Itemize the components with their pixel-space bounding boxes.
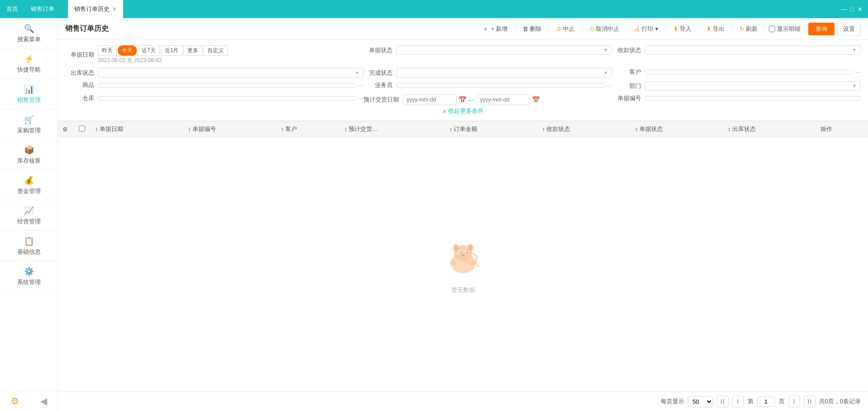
svg-point-13 [450,260,456,265]
stop-button[interactable]: ⊘ 中止 [553,23,578,35]
delivery-date-label: 预计交货日期 [364,96,403,104]
date-btn-1month[interactable]: 近1月 [161,45,183,56]
salesman-ellipsis[interactable]: ··· [607,82,612,89]
tab-sales-order-close[interactable]: ✕ [57,6,62,12]
sidebar-item-system[interactable]: ⚙️ 系统管理 [0,261,58,291]
last-page-btn[interactable]: ⟩⟩ [804,396,815,407]
refresh-button[interactable]: ↻ 刷新 [736,23,761,35]
sidebar: 🔍 搜索菜单 ⚡ 快捷导航 📊 销售管理 🛒 采购管理 📦 库存核算 💰 资金管… [0,18,58,411]
th-amount[interactable]: ↕ 订单金额 [445,121,537,137]
delivery-date-to[interactable] [476,94,530,105]
salesman-cell: 业务员 ··· [364,81,612,89]
goods-ellipsis[interactable]: ··· [358,82,364,89]
th-no[interactable]: ↕ 单据编号 [183,121,276,137]
tab-sales-history[interactable]: 销售订单历史 ✕ [68,0,123,18]
th-customer[interactable]: ↕ 客户 [276,121,340,137]
complete-select[interactable]: ▼ [396,68,612,77]
salesman-input[interactable] [396,83,605,87]
receipt-status-select[interactable]: ▼ [645,45,861,55]
collapse-sidebar-icon[interactable]: ◀ [40,396,47,406]
customer-ellipsis[interactable]: ··· [855,68,861,76]
th-action-label: 操作 [820,126,832,132]
out-stock-select[interactable]: ▼ [98,68,364,77]
bill-status-select[interactable]: ▼ [396,45,612,55]
settings-button[interactable]: 设置 [837,23,861,35]
stop-icon: ⊘ [556,25,561,32]
maximize-icon[interactable]: □ [850,6,854,13]
th-settings: ⚙ [58,121,74,137]
query-button[interactable]: 查询 [808,23,834,35]
show-detail-checkbox[interactable] [769,26,775,32]
th-out-status[interactable]: ↕ 出库状态 [723,121,816,137]
delivery-date-from[interactable] [403,94,457,105]
first-page-btn[interactable]: ⟨⟨ [717,396,729,407]
th-receipt-status[interactable]: ↕ 收款状态 [537,121,630,137]
cancel-stop-button[interactable]: ⊙ 取消中止 [586,23,623,35]
column-settings-icon[interactable]: ⚙ [62,126,68,133]
sidebar-item-inventory[interactable]: 📦 库存核算 [0,140,58,170]
date-btn-today[interactable]: 今天 [118,45,137,56]
sidebar-item-quick-nav[interactable]: ⚡ 快捷导航 [0,48,58,79]
close-window-icon[interactable]: ✕ [858,6,863,13]
sidebar-item-finance[interactable]: 💰 资金管理 [0,170,58,200]
collapse-btn[interactable]: ∧ 收起更多条件 [442,107,484,115]
next-page-btn[interactable]: ⟩ [788,396,800,407]
goods-cell: 商品 ··· [65,81,364,89]
order-no-input[interactable] [645,96,861,101]
page-input[interactable] [757,396,775,407]
th-delivery[interactable]: ↕ 预计交货... [340,121,445,137]
th-date[interactable]: ↕ 单据日期 [91,121,183,137]
sidebar-item-search[interactable]: 🔍 搜索菜单 [0,18,58,48]
calendar-from-icon[interactable]: 📅 [459,96,466,103]
date-btn-more[interactable]: 更多 [183,45,202,56]
export-button[interactable]: ⬇ 导出 [703,23,728,35]
minimize-icon[interactable]: — [841,6,847,13]
customer-label: 客户 [612,68,645,76]
sidebar-item-basic-info[interactable]: 📋 基础信息 [0,231,58,261]
th-delivery-label: ↕ 预计交货... [344,126,377,132]
tab-sales-history-close[interactable]: ✕ [112,6,117,12]
filter-row-2: 出库状态 ▼ 完成状态 ▼ 客户 [65,68,861,77]
import-button[interactable]: ⬆ 导入 [670,23,695,35]
date-btn-custom[interactable]: 自定义 [203,45,228,56]
collapse-up-icon: ∧ [442,108,447,115]
prev-page-btn[interactable]: ⟨ [732,396,744,407]
order-no-label: 单据编号 [612,94,645,102]
page-title: 销售订单历史 [65,24,109,34]
select-all-checkbox[interactable] [79,126,85,132]
tab-home[interactable]: 首页 [0,0,24,18]
print-button[interactable]: 🖨 打印 ▾ [631,23,662,35]
date-btn-7days[interactable]: 近7天 [138,45,160,56]
th-date-label: ↕ 单据日期 [95,126,123,132]
new-button[interactable]: ＋ + 新增 [479,23,511,35]
goods-input[interactable] [98,83,356,87]
warehouse-input[interactable] [98,96,356,101]
receipt-status-arrow: ▼ [852,48,857,53]
basic-info-icon: 📋 [24,236,34,246]
sidebar-item-operations[interactable]: 📈 经营管理 [0,200,58,231]
sidebar-item-purchase[interactable]: 🛒 采购管理 [0,109,58,140]
refresh-icon: ↻ [739,25,744,32]
settings-bottom-icon[interactable]: ⚙ [11,396,19,406]
divider-5 [666,25,666,33]
customer-input[interactable] [645,70,854,74]
show-detail-label[interactable]: 显示明细 [769,25,801,33]
calendar-to-icon[interactable]: 📅 [532,96,540,103]
date-label: 单据日期 [65,51,98,59]
delete-button[interactable]: 🗑 删除 [519,23,545,35]
page-size-select[interactable]: 50 20 100 [688,396,713,407]
salesman-input-group: ··· [396,82,612,89]
page-title-bar: 销售订单历史 ＋ + 新增 🗑 删除 ⊘ 中止 ⊙ [58,18,868,40]
warehouse-ellipsis[interactable]: ··· [358,95,364,102]
page-size-label: 每页显示 [661,397,684,406]
bill-status-cell: 单据状态 ▼ [364,45,612,55]
sidebar-item-sales[interactable]: 📊 销售管理 [0,79,58,109]
table-container: ⚙ ↕ 单据日期 ↕ 单据编号 ↕ 客户 [58,121,868,392]
date-btn-yesterday[interactable]: 昨天 [98,45,117,56]
svg-point-4 [454,245,458,251]
sidebar-bottom: ⚙ ◀ [0,391,58,411]
dept-select[interactable]: ▼ [645,81,861,91]
tab-sales-order[interactable]: 销售订单 ✕ [24,0,68,18]
th-bill-status[interactable]: ↕ 单据状态 [630,121,723,137]
customer-input-group: ··· [645,68,861,76]
